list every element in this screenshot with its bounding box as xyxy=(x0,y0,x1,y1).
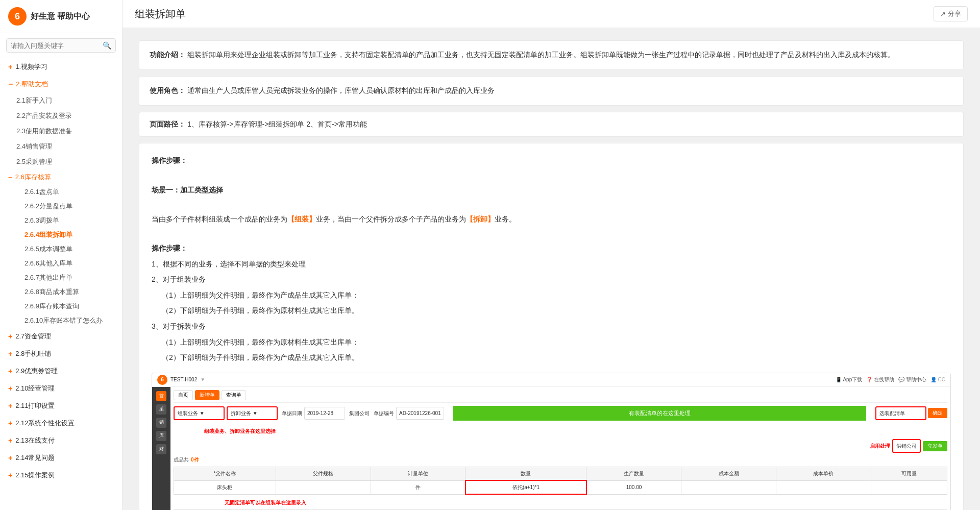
mock-titlebar: 6 TEST-H002 ▼ 📱 App下载 ❓ 在线帮助 💬 帮助中心 👤 CC xyxy=(152,373,950,387)
sidebar-item-2-7[interactable]: + 2.7资金管理 xyxy=(0,328,122,345)
share-button[interactable]: ↗ 分享 xyxy=(934,6,968,21)
mock-parent-th-8: 可用量 xyxy=(871,467,947,481)
share-icon: ↗ xyxy=(940,10,946,18)
sidebar-item-2-11[interactable]: + 2.11打印设置 xyxy=(0,397,122,415)
sidebar-item-2-8[interactable]: + 2.8手机旺铺 xyxy=(0,345,122,362)
mock-sidebar-icon5: 财 xyxy=(156,444,166,454)
mock-type-dropdown2[interactable]: 拆卸业务 ▼ xyxy=(227,406,278,420)
plus-icon-2-7: + xyxy=(8,332,12,341)
sidebar-item-2-6-7[interactable]: 2.6.7其他出库单 xyxy=(0,271,122,285)
sidebar-item-video[interactable]: + 1.视频学习 xyxy=(0,58,122,76)
mock-date-label: 单据日期 xyxy=(282,408,302,418)
mock-sidebar-icon2: 采 xyxy=(156,404,166,415)
mock-count-row: 成品共 0件 xyxy=(174,455,947,465)
step3-1: （1）上部明细为父件明细，最终作为原材料生成其它出库单； xyxy=(152,335,951,349)
sidebar-item-2-6-9[interactable]: 2.6.9库存账本查询 xyxy=(0,299,122,313)
mock-date-input[interactable]: 2019-12-28 xyxy=(304,407,345,420)
sidebar-item-2-3[interactable]: 2.3使用前数据准备 xyxy=(0,124,122,139)
sidebar-item-2-8-label: 2.8手机旺铺 xyxy=(15,349,51,358)
path-card: 页面路径： 1、库存核算->库存管理->组装拆卸单 2、首页->常用功能 xyxy=(139,112,964,137)
mock-type-dropdown[interactable]: 组装业务 ▼ xyxy=(174,406,225,420)
sidebar-item-2-6-5[interactable]: 2.6.5成本调整单 xyxy=(0,242,122,256)
mock-confirm-btn[interactable]: 确定 xyxy=(928,408,947,418)
plus-icon: + xyxy=(8,63,12,71)
intro-text: 组装拆卸单用来处理企业组装或拆卸等加工业务，支持有固定装配清单的产品加工业务，也… xyxy=(187,51,895,59)
mock-select-input[interactable]: 选装配清单 xyxy=(875,406,926,420)
mock-parent-th-3: 计量单位 xyxy=(371,467,465,481)
logo-area: 6 好生意 帮助中心 xyxy=(0,0,122,33)
share-label: 分享 xyxy=(948,9,961,18)
annotation-no-bom: 无固定清单可以在组装单在这里录入 xyxy=(225,498,947,507)
mock-parent-cell-avail xyxy=(871,480,947,494)
mock-tab-new[interactable]: 新增单 xyxy=(195,390,219,400)
mock-parent-cell-prod-qty: 100.00 xyxy=(586,480,681,494)
mock-sidebar-icon3: 销 xyxy=(156,418,166,428)
sidebar-item-help-doc[interactable]: − 2.帮助文档 xyxy=(0,76,122,93)
mock-parent-cell-unit-cost xyxy=(776,480,871,494)
role-card: 使用角色： 通常由生产人员或库管人员完成拆装业务的操作，库管人员确认原材料的出库… xyxy=(139,76,964,106)
sidebar-item-2-6-3[interactable]: 2.6.3调拨单 xyxy=(0,213,122,228)
scenario-desc: 当由多个子件材料组装成一个成品的业务为【组装】业务，当由一个父件拆分成多个子产品… xyxy=(152,212,951,226)
mock-sidebar-icon4: 库 xyxy=(156,431,166,441)
sidebar-item-2-14[interactable]: + 2.14常见问题 xyxy=(0,449,122,467)
step2-1: （1）上部明细为父件明细，最终作为产成品生成其它入库单； xyxy=(152,288,951,302)
sidebar-item-2-6-10[interactable]: 2.6.10库存账本错了怎么办 xyxy=(0,313,122,328)
path-label: 页面路径： xyxy=(150,120,185,128)
sidebar-item-2-6-4[interactable]: 2.6.4组装拆卸单 xyxy=(0,228,122,242)
mock-parent-th-2: 父件规格 xyxy=(276,467,371,481)
sidebar-item-2-7-label: 2.7资金管理 xyxy=(15,332,51,341)
sidebar-item-2-6-1[interactable]: 2.6.1盘点单 xyxy=(0,185,122,199)
mock-type-selector: 组装业务 ▼ 拆卸业务 ▼ xyxy=(174,406,278,420)
sidebar-item-2-12-label: 2.12系统个性化设置 xyxy=(15,419,75,428)
plus-icon-2-11: + xyxy=(8,402,12,410)
mock-select-area: 选装配清单 确定 xyxy=(875,406,947,420)
step3: 3、对于拆装业务 xyxy=(152,320,951,333)
sidebar-item-2-6[interactable]: − 2.6库存核算 xyxy=(0,169,122,185)
mock-orderno-label: 单据编号 xyxy=(374,408,394,418)
sidebar-item-2-9[interactable]: + 2.9优惠券管理 xyxy=(0,362,122,380)
sidebar-item-2-13[interactable]: + 2.13在线支付 xyxy=(0,432,122,449)
sidebar-item-2-6-6[interactable]: 2.6.6其他入库单 xyxy=(0,256,122,271)
sidebar-item-help-doc-label: 2.帮助文档 xyxy=(16,80,48,89)
mock-tab-list[interactable]: 自页 xyxy=(174,390,193,400)
mock-parent-th-4: 数量 xyxy=(465,467,586,481)
mock-tab-query[interactable]: 查询单 xyxy=(222,390,246,400)
assemble-highlight: 【组装】 xyxy=(287,215,316,223)
annotation-type-label: 组装业务、拆卸业务在这里选择 xyxy=(204,428,276,434)
search-input[interactable] xyxy=(11,42,103,50)
mock-parent-cell-cost xyxy=(681,480,776,494)
sidebar-item-2-6-label: 2.6库存核算 xyxy=(15,173,51,182)
plus-icon-2-13: + xyxy=(8,436,12,445)
sidebar-item-2-6-8[interactable]: 2.6.8商品成本重算 xyxy=(0,285,122,299)
search-icon[interactable]: 🔍 xyxy=(103,41,111,50)
sidebar-item-2-14-label: 2.14常见问题 xyxy=(15,453,55,463)
search-box[interactable]: 🔍 xyxy=(6,38,116,53)
disassemble-highlight: 【拆卸】 xyxy=(466,215,495,223)
page-header: 组装拆卸单 ↗ 分享 xyxy=(122,0,980,28)
mock-group-field: 集团公司 xyxy=(349,408,370,418)
sidebar-item-2-2[interactable]: 2.2产品安装及登录 xyxy=(0,108,122,124)
sidebar-item-2-15[interactable]: + 2.15操作案例 xyxy=(0,467,122,484)
mock-apply-btn[interactable]: 立发单 xyxy=(923,441,947,451)
sidebar-item-2-1[interactable]: 2.1新手入门 xyxy=(0,93,122,108)
mock-parent-cell-qty[interactable]: 依托(a+1)*1 xyxy=(465,480,586,494)
mock-parent-table: *父件名称 父件规格 计量单位 数量 生产数量 成本金额 成本单价 可用量 xyxy=(174,467,947,495)
sidebar-item-2-4[interactable]: 2.4销售管理 xyxy=(0,139,122,154)
sidebar-item-video-label: 1.视频学习 xyxy=(15,62,47,71)
sidebar-item-2-13-label: 2.13在线支付 xyxy=(15,436,55,445)
steps-label: 操作步骤： xyxy=(152,156,187,164)
mock-active-input[interactable]: 供销公司 xyxy=(892,439,921,453)
screenshot-mockup: 6 TEST-H002 ▼ 📱 App下载 ❓ 在线帮助 💬 帮助中心 👤 CC xyxy=(152,373,951,510)
mock-count-val: 0件 xyxy=(191,455,199,465)
sidebar-item-2-12[interactable]: + 2.12系统个性化设置 xyxy=(0,415,122,432)
sidebar-item-2-6-2[interactable]: 2.6.2分量盘点单 xyxy=(0,199,122,213)
mock-orderno-input[interactable]: AD-20191226-001 xyxy=(396,407,444,420)
mock-app-icon: 📱 App下载 xyxy=(836,375,862,384)
plus-icon-2-10: + xyxy=(8,384,12,393)
plus-icon-2-15: + xyxy=(8,471,12,479)
sidebar-item-2-5[interactable]: 2.5采购管理 xyxy=(0,154,122,169)
role-text: 通常由生产人员或库管人员完成拆装业务的操作，库管人员确认原材料的出库和产成品的入… xyxy=(187,86,495,94)
sidebar-item-2-10[interactable]: + 2.10经营管理 xyxy=(0,380,122,397)
mock-dropdown-icon: ▼ xyxy=(200,375,205,384)
content-area: 功能介绍： 组装拆卸单用来处理企业组装或拆卸等加工业务，支持有固定装配清单的产品… xyxy=(122,28,980,510)
